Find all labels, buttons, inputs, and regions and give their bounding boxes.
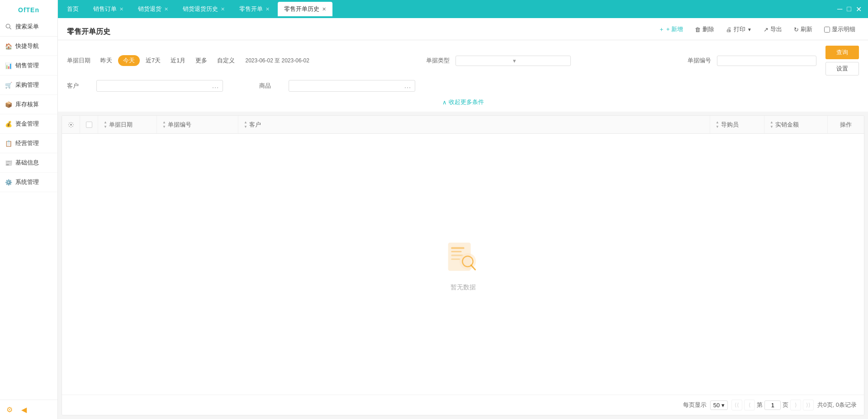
prev-page-button[interactable]: ⟨ bbox=[744, 400, 755, 410]
tab-home[interactable]: 首页 bbox=[61, 2, 85, 16]
search-icon bbox=[5, 23, 13, 31]
window-close-icon[interactable]: ✕ bbox=[856, 5, 862, 14]
goods-input-wrap: … bbox=[289, 80, 415, 92]
date-btn-more[interactable]: 更多 bbox=[191, 55, 211, 66]
tab-close-retail-history[interactable]: ✕ bbox=[322, 6, 326, 12]
sidebar-search-label: 搜索采单 bbox=[15, 23, 39, 31]
type-dropdown-icon: ▾ bbox=[513, 57, 567, 64]
empty-text: 暂无数据 bbox=[451, 283, 476, 292]
customer-input[interactable] bbox=[100, 83, 212, 89]
date-btn-today[interactable]: 今天 bbox=[118, 55, 140, 66]
sidebar-label-purchase-mgmt: 采购管理 bbox=[15, 81, 39, 89]
sidebar-item-ops-mgmt[interactable]: 📋经营管理 bbox=[0, 134, 57, 153]
amount-sort[interactable]: ▲▼ bbox=[770, 120, 773, 129]
print-button[interactable]: 🖨 打印 ▼ bbox=[722, 24, 755, 35]
print-icon: 🖨 bbox=[726, 26, 732, 33]
page-suffix: 页 bbox=[783, 401, 788, 409]
tab-close-sales-return-history[interactable]: ✕ bbox=[221, 6, 225, 12]
page-size-label: 每页显示 bbox=[683, 401, 707, 409]
guide-sort[interactable]: ▲▼ bbox=[716, 120, 719, 129]
th-check bbox=[80, 116, 98, 133]
next-page-button[interactable]: ⟩ bbox=[790, 400, 801, 410]
display-detail-checkbox[interactable] bbox=[824, 27, 830, 33]
window-minimize-icon[interactable]: ─ bbox=[837, 5, 842, 13]
customer-sort[interactable]: ▲▼ bbox=[244, 120, 247, 129]
delete-button[interactable]: 🗑 删除 bbox=[691, 24, 718, 35]
table-area: ▲▼ 单据日期 ▲▼ 单据编号 ▲▼ 客户 ▲▼ 导购员 ▲▼ 实销金额 bbox=[62, 115, 864, 415]
num-sort[interactable]: ▲▼ bbox=[162, 120, 166, 129]
content-area: 零售开单历史 ＋ + 新增 🗑 删除 🖨 打印 ▼ ↗ 导出 bbox=[58, 18, 868, 419]
tab-retail-history[interactable]: 零售开单历史✕ bbox=[278, 2, 332, 16]
tab-sales-order[interactable]: 销售订单✕ bbox=[87, 2, 130, 16]
first-page-button[interactable]: ⟨⟨ bbox=[731, 400, 742, 410]
sidebar-item-base-info[interactable]: 📰基础信息 bbox=[0, 153, 57, 173]
page-input[interactable] bbox=[764, 400, 781, 410]
num-input[interactable] bbox=[721, 57, 812, 64]
print-dropdown-icon: ▼ bbox=[747, 27, 752, 32]
page-size-select[interactable]: 50 ▾ bbox=[710, 400, 728, 410]
collapse-arrow-icon[interactable]: ◀ bbox=[19, 405, 29, 414]
empty-state: 暂无数据 bbox=[62, 134, 864, 395]
tab-retail-open[interactable]: 零售开单✕ bbox=[233, 2, 276, 16]
goods-ellipsis-icon[interactable]: … bbox=[404, 82, 411, 90]
sidebar-search[interactable]: 搜索采单 bbox=[0, 17, 57, 37]
sys-mgmt-icon: ⚙️ bbox=[5, 178, 13, 186]
date-filters: 昨天今天近7天近1月更多自定义 bbox=[96, 55, 239, 66]
select-all-checkbox[interactable] bbox=[86, 122, 92, 128]
add-button[interactable]: ＋ + 新增 bbox=[655, 24, 687, 35]
tab-close-sales-return[interactable]: ✕ bbox=[164, 6, 168, 12]
th-customer: ▲▼ 客户 bbox=[238, 116, 710, 133]
purchase-mgmt-icon: 🛒 bbox=[5, 81, 13, 89]
num-input-wrap bbox=[717, 56, 816, 66]
sidebar-item-sys-mgmt[interactable]: ⚙️系统管理 bbox=[0, 173, 57, 192]
type-select[interactable]: ▾ bbox=[455, 56, 571, 66]
window-maximize-icon[interactable]: □ bbox=[847, 5, 851, 13]
toolbar: ＋ + 新增 🗑 删除 🖨 打印 ▼ ↗ 导出 ↻ bbox=[655, 24, 859, 40]
sidebar-item-sales-mgmt[interactable]: 📊销售管理 bbox=[0, 56, 57, 75]
table-header: ▲▼ 单据日期 ▲▼ 单据编号 ▲▼ 客户 ▲▼ 导购员 ▲▼ 实销金额 bbox=[62, 116, 864, 134]
date-sort[interactable]: ▲▼ bbox=[104, 120, 107, 129]
date-btn-last7[interactable]: 近7天 bbox=[142, 55, 165, 66]
gear-icon[interactable]: ⚙ bbox=[5, 405, 14, 414]
refresh-button[interactable]: ↻ 刷新 bbox=[790, 24, 816, 35]
th-customer-label: 客户 bbox=[249, 121, 261, 129]
sidebar: OfTEn 搜索采单 🏠快捷导航📊销售管理🛒采购管理📦库存核算💰资金管理📋经营管… bbox=[0, 0, 58, 419]
sidebar-label-finance: 资金管理 bbox=[15, 120, 39, 128]
sales-mgmt-icon: 📊 bbox=[5, 61, 13, 70]
sidebar-label-sales-mgmt: 销售管理 bbox=[15, 61, 39, 70]
main-area: 首页销售订单✕销货退货✕销货退货历史✕零售开单✕零售开单历史✕ ─ □ ✕ 零售… bbox=[58, 0, 868, 419]
display-detail-button[interactable]: 显示明细 bbox=[821, 24, 859, 35]
pagination: 每页显示 50 ▾ ⟨⟨ ⟨ 第 页 ⟩ ⟩⟩ 共0页, 0条记录 bbox=[62, 395, 864, 415]
tab-close-retail-open[interactable]: ✕ bbox=[266, 6, 270, 12]
tab-label-sales-return-history: 销货退货历史 bbox=[183, 5, 218, 13]
th-amount-label: 实销金额 bbox=[775, 121, 799, 129]
refresh-icon: ↻ bbox=[794, 26, 799, 33]
goods-input[interactable] bbox=[293, 83, 404, 89]
query-button[interactable]: 查询 bbox=[825, 46, 859, 59]
tab-sales-return[interactable]: 销货退货✕ bbox=[132, 2, 175, 16]
collapse-bar[interactable]: ∧ 收起更多条件 bbox=[67, 96, 859, 106]
page-header: 零售开单历史 ＋ + 新增 🗑 删除 🖨 打印 ▼ ↗ 导出 bbox=[58, 18, 868, 40]
th-settings[interactable] bbox=[62, 116, 80, 133]
date-btn-yesterday[interactable]: 昨天 bbox=[96, 55, 116, 66]
sidebar-item-purchase-mgmt[interactable]: 🛒采购管理 bbox=[0, 75, 57, 95]
svg-rect-7 bbox=[451, 258, 460, 259]
setting-button[interactable]: 设置 bbox=[825, 62, 859, 75]
sidebar-item-quick-nav[interactable]: 🏠快捷导航 bbox=[0, 37, 57, 56]
sidebar-bottom: ⚙ ◀ bbox=[0, 400, 57, 419]
collapse-label: 收起更多条件 bbox=[449, 98, 484, 106]
customer-ellipsis-icon[interactable]: … bbox=[212, 82, 219, 90]
brand-logo: OfTEn bbox=[0, 0, 57, 17]
last-page-button[interactable]: ⟩⟩ bbox=[803, 400, 814, 410]
export-icon: ↗ bbox=[764, 26, 768, 33]
export-button[interactable]: ↗ 导出 bbox=[760, 24, 786, 35]
date-btn-last1m[interactable]: 近1月 bbox=[166, 55, 190, 66]
tab-label-home: 首页 bbox=[67, 5, 79, 13]
search-row-1: 单据日期 昨天今天近7天近1月更多自定义 2023-06-02 至 2023-0… bbox=[67, 46, 859, 75]
th-op: 操作 bbox=[828, 116, 864, 133]
tab-close-sales-order[interactable]: ✕ bbox=[119, 6, 123, 12]
sidebar-item-inventory[interactable]: 📦库存核算 bbox=[0, 95, 57, 114]
sidebar-item-finance[interactable]: 💰资金管理 bbox=[0, 114, 57, 134]
date-btn-custom[interactable]: 自定义 bbox=[213, 55, 239, 66]
tab-sales-return-history[interactable]: 销货退货历史✕ bbox=[176, 2, 231, 16]
